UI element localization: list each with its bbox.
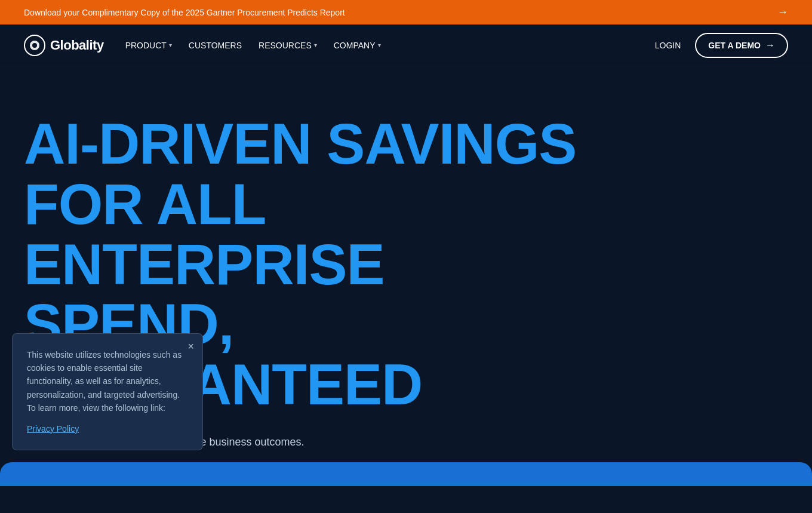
nav-item-resources[interactable]: RESOURCES ▾ (259, 41, 317, 50)
bottom-strip (0, 462, 812, 486)
logo[interactable]: Globality (24, 35, 104, 56)
banner-arrow-icon: → (777, 6, 788, 19)
chevron-down-icon: ▾ (169, 42, 172, 48)
nav-right: LOGIN GET A DEMO → (655, 33, 788, 58)
nav-item-customers[interactable]: CUSTOMERS (189, 41, 242, 50)
hero-section: AI-DRIVEN SAVINGS FOR ALL ENTERPRISE SPE… (0, 66, 812, 486)
top-banner[interactable]: Download your Complimentary Copy of the … (0, 0, 812, 24)
logo-text: Globality (50, 38, 104, 53)
nav-items: PRODUCT ▾ CUSTOMERS RESOURCES ▾ COMPANY … (125, 41, 381, 50)
logo-icon (24, 35, 45, 56)
cookie-close-button[interactable]: × (187, 341, 194, 352)
cookie-body-text: This website utilizes technologies such … (27, 348, 188, 415)
privacy-policy-link[interactable]: Privacy Policy (27, 424, 79, 434)
login-button[interactable]: LOGIN (655, 41, 681, 50)
hero-title-line2: FOR ALL ENTERPRISE (24, 172, 384, 296)
hero-title-line1: AI-DRIVEN SAVINGS (24, 112, 576, 176)
main-nav: Globality PRODUCT ▾ CUSTOMERS RESOURCES … (0, 24, 812, 66)
nav-left: Globality PRODUCT ▾ CUSTOMERS RESOURCES … (24, 35, 381, 56)
banner-text: Download your Complimentary Copy of the … (24, 8, 345, 17)
nav-item-company[interactable]: COMPANY ▾ (334, 41, 381, 50)
chevron-down-icon: ▾ (378, 42, 381, 48)
chevron-down-icon: ▾ (314, 42, 317, 48)
svg-point-2 (32, 43, 37, 48)
cookie-banner: × This website utilizes technologies suc… (12, 333, 203, 450)
arrow-right-icon: → (765, 40, 775, 51)
get-demo-button[interactable]: GET A DEMO → (695, 33, 788, 58)
nav-item-product[interactable]: PRODUCT ▾ (125, 41, 172, 50)
